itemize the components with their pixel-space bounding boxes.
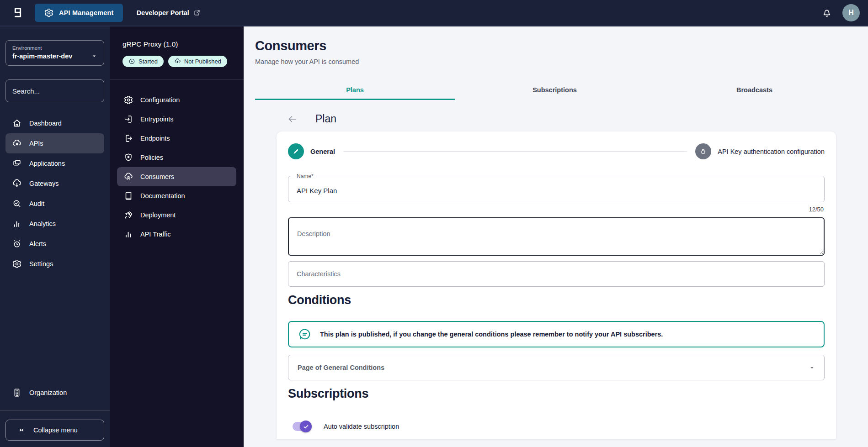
sidebar-item-label: Organization (29, 389, 67, 396)
api-item-label: Consumers (140, 173, 174, 180)
tabs: Plans Subscriptions Broadcasts (255, 81, 854, 100)
chevron-down-icon (91, 53, 97, 59)
api-item-policies[interactable]: Policies (117, 148, 236, 167)
developer-portal-link[interactable]: Developer Portal (137, 9, 201, 16)
sidebar-item-applications[interactable]: Applications (5, 153, 104, 174)
api-item-configuration[interactable]: Configuration (117, 90, 236, 110)
notifications-bell-icon[interactable] (821, 7, 832, 18)
api-sidebar: gRPC Proxy (1.0) Started Not Published C… (110, 26, 244, 447)
sidebar-item-label: Audit (29, 200, 44, 207)
api-item-label: Configuration (140, 96, 180, 104)
tab-plans[interactable]: Plans (255, 81, 455, 100)
api-item-documentation[interactable]: Documentation (117, 186, 236, 205)
auto-validate-toggle[interactable] (293, 422, 311, 431)
sidebar-item-audit[interactable]: Audit (5, 194, 104, 214)
gear-badge-icon (44, 8, 54, 18)
environment-selector[interactable]: Environment fr-apim-master-dev (5, 40, 104, 66)
published-info-banner: This plan is published, if you change th… (288, 321, 825, 347)
step-label: General (310, 148, 335, 155)
collapse-menu-button[interactable]: Collapse menu (5, 420, 104, 441)
sidebar-search (5, 79, 104, 102)
api-nav: Configuration Entrypoints Endpoints Poli… (117, 90, 236, 244)
developer-portal-label: Developer Portal (137, 9, 189, 16)
gear-icon (12, 259, 22, 269)
name-char-counter: 12/50 (288, 206, 825, 213)
api-item-label: Documentation (140, 192, 185, 200)
sidebar-item-label: Analytics (29, 220, 56, 227)
plan-stepper: General API Key authentication configura… (288, 143, 825, 159)
description-field (288, 217, 825, 256)
name-input[interactable] (288, 176, 824, 202)
api-item-deployment[interactable]: Deployment (117, 205, 236, 225)
name-field-label: Name* (294, 173, 316, 179)
api-management-label: API Management (59, 9, 114, 16)
api-item-endpoints[interactable]: Endpoints (117, 129, 236, 148)
cloud-publish-icon (174, 58, 181, 65)
external-link-icon (193, 9, 201, 16)
step-general[interactable]: General (288, 143, 335, 159)
book-icon (123, 191, 133, 201)
sidebar-item-label: Applications (29, 160, 65, 167)
toggle-thumb (300, 421, 312, 432)
description-textarea[interactable] (288, 217, 825, 256)
user-avatar[interactable]: H (842, 4, 860, 21)
conditions-heading: Conditions (288, 293, 825, 307)
message-icon (298, 327, 312, 341)
search-check-icon (12, 199, 22, 209)
api-management-button[interactable]: API Management (35, 4, 123, 22)
step-label: API Key authentication configuration (718, 148, 825, 155)
sidebar-item-settings[interactable]: Settings (5, 254, 104, 274)
plan-card: General API Key authentication configura… (277, 131, 836, 439)
bar-chart-icon (12, 219, 22, 229)
cloud-user-icon (123, 172, 133, 182)
collapse-menu-label: Collapse menu (33, 426, 78, 434)
back-arrow-icon[interactable] (287, 114, 298, 125)
general-conditions-select[interactable]: Page of General Conditions (288, 355, 825, 380)
page-subtitle: Manage how your API is consumed (255, 58, 854, 65)
top-bar: API Management Developer Portal H (0, 0, 868, 26)
banner-text: This plan is published, if you change th… (320, 331, 663, 338)
search-input[interactable] (12, 87, 103, 95)
rocket-icon (123, 210, 133, 220)
sidebar-item-dashboard[interactable]: Dashboard (5, 113, 104, 133)
api-item-label: Endpoints (140, 135, 170, 142)
tab-broadcasts[interactable]: Broadcasts (655, 81, 854, 100)
name-field: Name* (288, 176, 825, 202)
sidebar-item-organization[interactable]: Organization (5, 383, 104, 403)
sidebar-item-label: Gateways (29, 180, 59, 187)
characteristics-input[interactable] (288, 270, 824, 278)
sidebar-bottom: Organization Collapse menu (5, 383, 104, 441)
sidebar-item-apis[interactable]: APIs (5, 133, 104, 153)
alarm-clock-icon (12, 239, 22, 249)
sidebar-nav: Dashboard APIs Applications Gateways Aud… (5, 113, 104, 274)
sidebar-item-label: Dashboard (29, 120, 62, 127)
api-item-label: API Traffic (140, 231, 171, 238)
sidebar-item-gateways[interactable]: Gateways (5, 174, 104, 194)
pencil-icon (292, 147, 300, 155)
tab-subscriptions[interactable]: Subscriptions (455, 81, 655, 100)
step-api-key-auth[interactable]: API Key authentication configuration (695, 143, 825, 159)
collapse-arrows-icon (17, 426, 26, 435)
gravitee-logo-icon (11, 5, 25, 21)
badge-label: Started (138, 58, 158, 65)
auto-validate-label: Auto validate subscription (324, 423, 399, 430)
bar-chart-icon (123, 229, 133, 239)
api-item-consumers[interactable]: Consumers (117, 167, 236, 186)
auto-validate-row: Auto validate subscription (288, 422, 825, 431)
sidebar-item-analytics[interactable]: Analytics (5, 214, 104, 234)
status-badge-not-published: Not Published (168, 56, 227, 67)
sign-in-icon (123, 114, 133, 124)
dropdown-caret-icon (809, 365, 815, 371)
plan-header: Plan (287, 113, 854, 125)
api-item-api-traffic[interactable]: API Traffic (117, 225, 236, 244)
lock-icon (699, 147, 707, 155)
sidebar-item-label: Settings (29, 260, 53, 268)
plan-title: Plan (315, 113, 336, 125)
subscriptions-heading: Subscriptions (288, 387, 825, 401)
select-placeholder: Page of General Conditions (298, 364, 384, 371)
apps-icon (12, 158, 22, 168)
main-content: Consumers Manage how your API is consume… (244, 26, 868, 447)
api-item-entrypoints[interactable]: Entrypoints (117, 110, 236, 129)
cloud-cog-icon (12, 138, 22, 148)
sidebar-item-alerts[interactable]: Alerts (5, 234, 104, 254)
